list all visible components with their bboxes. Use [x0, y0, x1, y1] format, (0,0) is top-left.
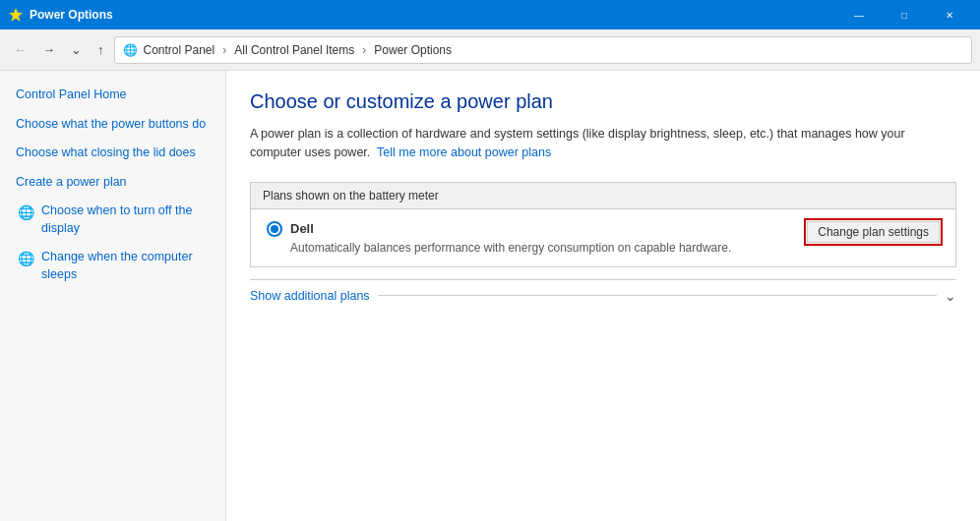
back-button[interactable]: ← [8, 38, 32, 61]
plan-radio-row: Dell [267, 221, 731, 237]
sidebar-item-control-panel-home[interactable]: Control Panel Home [0, 81, 225, 110]
plan-radio-dell[interactable] [267, 221, 282, 237]
content-area: Choose or customize a power plan A power… [226, 71, 980, 521]
sidebar-item-computer-sleeps[interactable]: 🌐 Change when the computer sleeps [0, 243, 225, 289]
plans-header: Plans shown on the battery meter [251, 183, 955, 209]
maximize-button[interactable]: □ [882, 0, 927, 29]
breadcrumb-power-options: Power Options [374, 43, 452, 57]
breadcrumb-control-panel: Control Panel [144, 43, 215, 57]
sidebar-item-closing-lid[interactable]: Choose what closing the lid does [0, 139, 225, 168]
sidebar-item-create-plan[interactable]: Create a power plan [0, 168, 225, 198]
sidebar-item-power-buttons[interactable]: Choose what the power buttons do [0, 110, 225, 140]
show-additional-plans[interactable]: Show additional plans ⌄ [250, 279, 956, 312]
title-bar-icon [8, 7, 24, 23]
sidebar-item-turn-off-display[interactable]: 🌐 Choose when to turn off the display [0, 197, 225, 243]
description-text: A power plan is a collection of hardware… [250, 127, 905, 159]
description: A power plan is a collection of hardware… [250, 125, 939, 162]
close-button[interactable]: ✕ [927, 0, 972, 29]
dropdown-button[interactable]: ⌄ [65, 38, 88, 61]
title-bar-controls: — □ ✕ [836, 0, 972, 29]
show-additional-label: Show additional plans [250, 289, 370, 303]
expand-line [378, 295, 937, 296]
breadcrumb-sep-2: › [362, 43, 366, 57]
globe-icon: 🌐 [123, 43, 138, 57]
plan-description: Automatically balances performance with … [290, 241, 731, 255]
plans-section: Plans shown on the battery meter Dell Au… [250, 182, 956, 267]
breadcrumb-all-items: All Control Panel Items [234, 43, 354, 57]
breadcrumb-sep-1: › [222, 43, 226, 57]
radio-inner [271, 225, 278, 233]
plan-row: Dell Automatically balances performance … [267, 221, 940, 255]
sidebar: Control Panel Home Choose what the power… [0, 71, 226, 521]
expand-arrow-icon: ⌄ [945, 288, 956, 304]
title-bar: Power Options — □ ✕ [0, 0, 980, 29]
address-bar: ← → ⌄ ↑ 🌐 Control Panel › All Control Pa… [0, 29, 980, 71]
plan-name: Dell [290, 221, 314, 236]
svg-marker-0 [9, 8, 23, 22]
globe-icon-sleep: 🌐 [16, 250, 35, 269]
up-button[interactable]: ↑ [92, 38, 110, 61]
minimize-button[interactable]: — [836, 0, 882, 29]
title-bar-title: Power Options [30, 8, 830, 22]
address-field[interactable]: 🌐 Control Panel › All Control Panel Item… [114, 36, 973, 64]
globe-icon-display: 🌐 [16, 203, 35, 223]
main-area: Control Panel Home Choose what the power… [0, 71, 980, 521]
change-plan-settings-button[interactable]: Change plan settings [807, 221, 940, 243]
page-heading: Choose or customize a power plan [250, 90, 956, 113]
forward-button[interactable]: → [36, 38, 61, 61]
plans-content: Dell Automatically balances performance … [251, 209, 955, 266]
plan-left: Dell Automatically balances performance … [267, 221, 731, 255]
tell-me-more-link[interactable]: Tell me more about power plans [377, 145, 551, 159]
